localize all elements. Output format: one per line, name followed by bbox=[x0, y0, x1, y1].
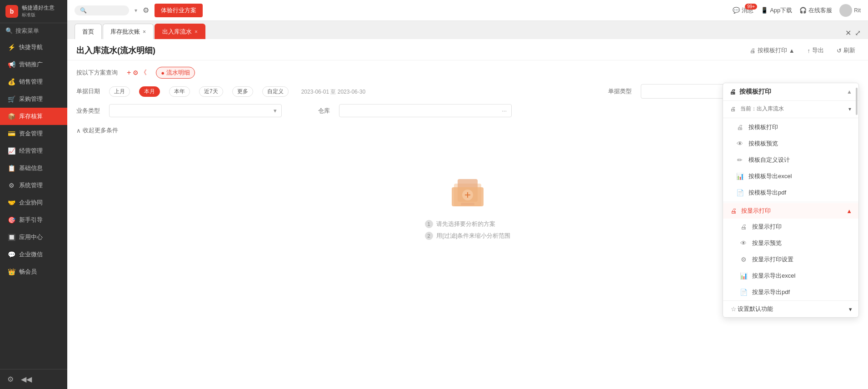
collapse-arrow-icon: ∧ bbox=[76, 127, 81, 134]
sidebar-item-system[interactable]: ⚙ 系统管理 bbox=[0, 177, 67, 194]
panel-template-print[interactable]: 🖨 按模板打印 bbox=[723, 119, 858, 135]
app-version: 标准版 bbox=[22, 12, 55, 18]
panel-template-design[interactable]: ✏ 模板自定义设计 bbox=[723, 152, 858, 168]
tab-batch-account-close[interactable]: × bbox=[143, 29, 146, 35]
user-name: Rit bbox=[854, 7, 861, 14]
panel-scrollbar bbox=[856, 83, 858, 317]
panel-display-preview[interactable]: 👁 按显示预览 bbox=[723, 235, 858, 251]
customer-service-button[interactable]: 🎧 在线客服 bbox=[799, 6, 832, 15]
panel-display-section-left: 🖨 按显示打印 bbox=[729, 207, 771, 215]
filter-active-tag[interactable]: ● 流水明细 bbox=[156, 67, 195, 79]
display-print-label: 按显示打印 bbox=[752, 223, 782, 231]
sidebar-item-label: 畅会员 bbox=[19, 268, 37, 276]
settings-icon[interactable]: ⚙ bbox=[7, 375, 14, 384]
topbar-dropdown-chevron[interactable]: ▾ bbox=[135, 7, 137, 14]
panel-display-pdf[interactable]: 📄 按显示导出pdf bbox=[723, 284, 858, 300]
message-button[interactable]: 💬 消息 99+ bbox=[733, 6, 753, 15]
sidebar-item-collaboration[interactable]: 🤝 企业协同 bbox=[0, 194, 67, 211]
purchase-icon: 🛒 bbox=[7, 95, 15, 103]
sidebar-item-inventory[interactable]: 📦 库存核算 bbox=[0, 108, 67, 125]
biz-type-selector[interactable]: ▾ bbox=[109, 104, 282, 117]
sidebar-item-marketing[interactable]: 📢 营销推广 bbox=[0, 56, 67, 73]
doc-type-label: 单据类型 bbox=[608, 87, 632, 95]
biz-type-label: 业务类型 bbox=[76, 107, 100, 115]
date-btn-more[interactable]: 更多 bbox=[232, 86, 253, 97]
export-icon: ↑ bbox=[808, 47, 811, 54]
filter-actions: + ⚙ 《 bbox=[127, 69, 147, 77]
panel-collapse-icon[interactable]: ▲ bbox=[847, 89, 852, 95]
filter-section-label: 按以下方案查询 bbox=[76, 69, 118, 77]
panel-template-excel[interactable]: 📊 按模板导出excel bbox=[723, 168, 858, 185]
panel-header-left: 🖨 按模板打印 bbox=[729, 88, 771, 96]
date-btn-this-year[interactable]: 本年 bbox=[169, 86, 190, 97]
tab-home[interactable]: 首页 bbox=[75, 24, 102, 39]
sidebar-item-sales[interactable]: 💰 销售管理 bbox=[0, 73, 67, 90]
tab-maximize-button[interactable]: ⤢ bbox=[855, 29, 861, 37]
filter-collapse-button[interactable]: 《 bbox=[140, 69, 147, 77]
sidebar-item-funds[interactable]: 💳 资金管理 bbox=[0, 125, 67, 142]
page-header-actions: 🖨 按模板打印 ▲ ↑ 导出 ↺ 刷新 bbox=[746, 45, 859, 56]
sidebar-item-label: 资金管理 bbox=[19, 130, 43, 138]
sidebar-item-basic-info[interactable]: 📋 基础信息 bbox=[0, 160, 67, 177]
panel-current-template[interactable]: 🖨 当前：出入库流水 ▾ bbox=[723, 101, 858, 117]
sidebar-item-quick-nav[interactable]: ⚡ 快捷导航 bbox=[0, 39, 67, 56]
tab-inventory-flow[interactable]: 出入库流水 × bbox=[155, 24, 205, 39]
topbar-search[interactable]: 🔍 bbox=[75, 5, 129, 15]
user-avatar bbox=[839, 4, 852, 17]
panel-display-settings[interactable]: ⚙ 按显示打印设置 bbox=[723, 251, 858, 268]
filter-add-button[interactable]: + bbox=[127, 69, 131, 77]
app-download-button[interactable]: 📱 App下载 bbox=[761, 6, 792, 15]
date-btn-last-month[interactable]: 上月 bbox=[109, 86, 130, 97]
date-btn-this-month[interactable]: 本月 bbox=[139, 86, 160, 97]
panel-display-excel[interactable]: 📊 按显示导出excel bbox=[723, 268, 858, 284]
panel-scroll-thumb bbox=[856, 88, 858, 115]
print-icon: 🖨 bbox=[750, 47, 756, 54]
panel-current-chevron: ▾ bbox=[848, 106, 851, 112]
panel-template-preview[interactable]: 👁 按模板预览 bbox=[723, 135, 858, 152]
search-input[interactable] bbox=[90, 7, 126, 14]
panel-title: 按模板打印 bbox=[739, 88, 771, 96]
sidebar-bottom: ⚙ ◀◀ bbox=[0, 369, 67, 389]
date-range-display: 2023-06-01 至 2023-06-30 bbox=[301, 88, 581, 96]
date-btn-7days[interactable]: 近7天 bbox=[199, 86, 223, 97]
panel-footer-settings[interactable]: ☆ 设置默认功能 ▾ bbox=[723, 300, 858, 317]
sidebar-item-purchase[interactable]: 🛒 采购管理 bbox=[0, 90, 67, 108]
collapse-icon[interactable]: ◀◀ bbox=[21, 375, 32, 384]
user-avatar-area[interactable]: Rit bbox=[839, 4, 861, 17]
tab-inventory-flow-close[interactable]: × bbox=[195, 29, 198, 35]
app-download-label: App下载 bbox=[770, 6, 792, 15]
sidebar-item-label: 应用中心 bbox=[19, 233, 43, 241]
sidebar-item-app-center[interactable]: 🔲 应用中心 bbox=[0, 229, 67, 246]
panel-template-pdf[interactable]: 📄 按模板导出pdf bbox=[723, 185, 858, 201]
sales-icon: 💰 bbox=[7, 78, 15, 85]
filter-settings-button[interactable]: ⚙ bbox=[133, 69, 139, 76]
tab-batch-account[interactable]: 库存批次账 × bbox=[103, 24, 154, 39]
topbar-gear-icon[interactable]: ⚙ bbox=[143, 6, 149, 15]
template-design-label: 模板自定义设计 bbox=[748, 156, 790, 164]
empty-tip-2: 2 用[过滤]条件来缩小分析范围 bbox=[425, 230, 511, 242]
panel-current-icon: 🖨 bbox=[730, 106, 736, 112]
sidebar-item-label: 基础信息 bbox=[19, 164, 43, 172]
panel-display-print[interactable]: 🖨 按显示打印 bbox=[723, 219, 858, 235]
date-btn-custom[interactable]: 自定义 bbox=[262, 86, 289, 97]
sidebar-item-guide[interactable]: 🎯 新手引导 bbox=[0, 211, 67, 229]
tab-close-all-button[interactable]: ✕ bbox=[845, 29, 851, 37]
refresh-button[interactable]: ↺ 刷新 bbox=[833, 45, 859, 56]
export-button[interactable]: ↑ 导出 bbox=[804, 45, 828, 56]
sidebar-item-operations[interactable]: 📈 经营管理 bbox=[0, 142, 67, 160]
sidebar-item-wechat[interactable]: 💬 企业微信 bbox=[0, 246, 67, 263]
collapse-conditions-button[interactable]: ∧ 收起更多条件 bbox=[76, 125, 118, 136]
sidebar-item-member[interactable]: 👑 畅会员 bbox=[0, 263, 67, 280]
empty-tip-1: 1 请先选择要分析的方案 bbox=[425, 218, 511, 230]
panel-display-section[interactable]: 🖨 按显示打印 ▲ bbox=[723, 203, 858, 219]
sidebar-item-label: 经营管理 bbox=[19, 147, 43, 155]
trial-industry-button[interactable]: 体验行业方案 bbox=[155, 4, 203, 17]
display-excel-label: 按显示导出excel bbox=[752, 272, 795, 280]
quick-nav-icon: ⚡ bbox=[7, 44, 15, 51]
warehouse-more-icon[interactable]: ··· bbox=[502, 107, 507, 114]
page-header: 出入库流水(流水明细) 🖨 按模板打印 ▲ ↑ 导出 ↺ 刷新 bbox=[67, 39, 868, 60]
display-preview-icon: 👁 bbox=[739, 239, 748, 247]
warehouse-selector[interactable]: ··· bbox=[339, 104, 512, 117]
print-template-button[interactable]: 🖨 按模板打印 ▲ bbox=[746, 45, 798, 56]
sidebar-search-menu[interactable]: 🔍 搜索菜单 bbox=[0, 23, 67, 39]
